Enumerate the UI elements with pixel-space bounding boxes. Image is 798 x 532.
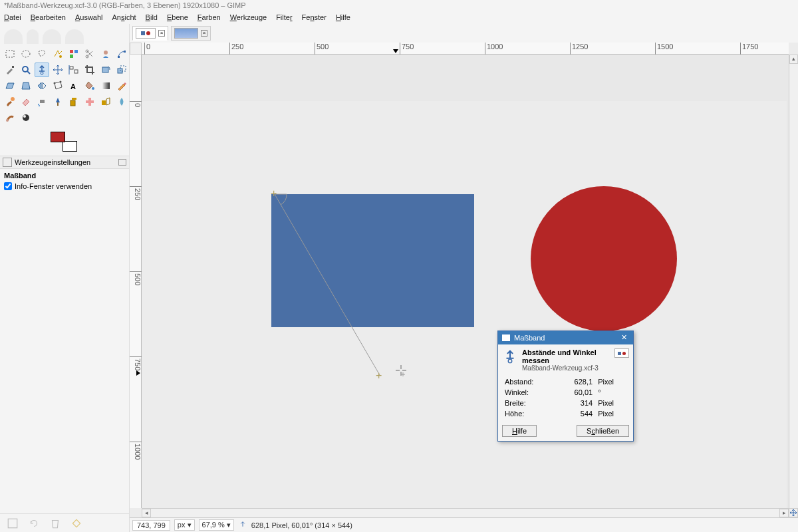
tool-blur[interactable] — [114, 94, 129, 109]
scrollbar-horizontal[interactable]: ◂ ▸ — [142, 508, 789, 517]
tool-eraser[interactable] — [19, 94, 33, 109]
bg-color-swatch[interactable] — [63, 141, 77, 152]
tool-scale[interactable] — [114, 63, 129, 77]
tick-label: 1000 — [487, 43, 503, 51]
doctab-second[interactable]: × — [171, 26, 211, 41]
tool-bucket-fill[interactable] — [82, 78, 97, 93]
svg-rect-10 — [124, 51, 126, 53]
footer-save-icon[interactable] — [7, 517, 19, 529]
status-zoom-select[interactable]: 67,9 % ▾ — [199, 519, 234, 531]
tool-blend[interactable] — [98, 78, 113, 93]
tool-scissors[interactable] — [82, 47, 97, 61]
svg-point-22 — [60, 81, 62, 83]
tool-dodge[interactable] — [19, 110, 33, 125]
tool-perspective[interactable] — [19, 78, 33, 93]
checkbox-info-window[interactable] — [4, 182, 12, 190]
svg-point-2 — [59, 55, 62, 58]
menu-filter[interactable]: Filter — [276, 13, 292, 23]
dialog-titlebar[interactable]: Maßband ✕ — [498, 331, 633, 344]
tool-smudge[interactable] — [3, 110, 17, 125]
footer-delete-icon[interactable] — [49, 517, 61, 529]
dialog-close-icon[interactable]: ✕ — [618, 333, 629, 342]
tick-label: 1000 — [134, 444, 142, 460]
tool-perspective-clone[interactable] — [98, 94, 113, 109]
tool-text[interactable]: A — [66, 78, 81, 93]
menu-fenster[interactable]: Fenster — [302, 13, 327, 23]
tool-flip[interactable] — [35, 78, 49, 93]
menu-ansicht[interactable]: Ansicht — [112, 13, 136, 23]
tick-label: 750 — [402, 43, 414, 51]
tool-crop[interactable] — [82, 63, 97, 77]
status-unit-select[interactable]: px ▾ — [174, 519, 195, 531]
row-unit: Pixel — [597, 409, 628, 418]
tool-align[interactable] — [66, 63, 81, 77]
doctab-thumb2 — [174, 28, 198, 39]
tool-measure[interactable] — [35, 63, 49, 77]
red-circle-shape — [531, 186, 677, 331]
menu-hilfe[interactable]: Hilfe — [336, 13, 350, 23]
row-unit: Pixel — [597, 398, 628, 408]
tool-pencil[interactable] — [114, 78, 129, 93]
ruler-vertical[interactable]: 0 250 500 750 1000 — [130, 55, 142, 508]
tool-airbrush[interactable] — [35, 94, 49, 109]
tool-zoom[interactable] — [19, 63, 33, 77]
scroll-left-icon[interactable]: ◂ — [142, 509, 151, 517]
menu-ebene[interactable]: Ebene — [167, 13, 188, 23]
tab-menu-icon[interactable] — [118, 159, 126, 166]
tool-move[interactable] — [51, 63, 65, 77]
svg-rect-31 — [72, 98, 76, 100]
status-coords: 743, 799 — [132, 520, 170, 531]
footer-revert-icon[interactable] — [28, 517, 40, 529]
close-icon[interactable]: × — [201, 30, 207, 37]
color-swatch[interactable] — [0, 128, 129, 156]
option-use-info-window[interactable]: Info-Fenster verwenden — [4, 182, 125, 190]
svg-point-12 — [23, 66, 28, 72]
tool-ellipse-select[interactable] — [19, 47, 33, 61]
svg-rect-25 — [102, 82, 110, 89]
close-button[interactable]: Schließen — [577, 425, 629, 437]
menu-datei[interactable]: DDateiatei — [4, 13, 21, 23]
help-button[interactable]: HHilfeilfe — [502, 425, 537, 437]
menu-bearbeiten[interactable]: Bearbeiten — [31, 13, 66, 23]
tool-rectangle-select[interactable] — [3, 47, 17, 61]
menu-farben[interactable]: Farben — [198, 13, 221, 23]
tool-options-tab[interactable]: Werkzeugeinstellungen — [0, 156, 129, 169]
canvas-area: 0 250 500 750 1000 1250 1500 1750 0 250 … — [130, 43, 798, 517]
footer-reset-icon[interactable] — [70, 517, 82, 529]
measure-values-table: Abstand:628,1Pixel Winkel:60,01° Breite:… — [502, 376, 629, 420]
canvas-viewport[interactable]: + + — [142, 55, 789, 508]
svg-point-44 — [508, 359, 512, 363]
tool-free-select[interactable] — [35, 47, 49, 61]
tool-color-select[interactable] — [66, 47, 81, 61]
tool-rotate[interactable] — [98, 63, 113, 77]
row-value: 60,01 — [558, 388, 595, 397]
close-icon[interactable]: × — [158, 30, 165, 37]
svg-rect-29 — [57, 102, 59, 106]
dialog-icon — [502, 334, 510, 341]
tool-foreground-select[interactable] — [98, 47, 113, 61]
doctab-massband[interactable]: × — [132, 26, 168, 41]
scrollbar-vertical[interactable]: ▴ — [789, 55, 798, 508]
row-label: Abstand: — [503, 377, 557, 386]
tool-fuzzy-select[interactable] — [51, 47, 65, 61]
menu-werkzeuge[interactable]: Werkzeuge — [230, 13, 267, 23]
tool-clone[interactable] — [66, 94, 81, 109]
row-label: Breite: — [503, 398, 557, 408]
navigation-icon[interactable] — [789, 508, 798, 517]
measure-dialog[interactable]: Maßband ✕ Abstände und Winkel messen Maß… — [497, 331, 634, 442]
fg-color-swatch[interactable] — [51, 132, 65, 142]
ruler-corner[interactable] — [130, 43, 142, 55]
menu-auswahl[interactable]: Auswahl — [75, 13, 103, 23]
tool-paintbrush[interactable] — [3, 94, 17, 109]
tool-ink[interactable] — [51, 94, 65, 109]
tool-color-picker[interactable] — [3, 63, 17, 77]
tool-shear[interactable] — [3, 78, 17, 93]
tool-paths[interactable] — [114, 47, 129, 61]
tool-heal[interactable] — [82, 94, 97, 109]
menu-bild[interactable]: Bild — [146, 13, 158, 23]
scroll-up-icon[interactable]: ▴ — [789, 55, 798, 64]
canvas-document[interactable]: + + — [142, 101, 787, 508]
tool-cage[interactable] — [51, 78, 65, 93]
ruler-horizontal[interactable]: 0 250 500 750 1000 1250 1500 1750 — [142, 43, 789, 55]
scroll-right-icon[interactable]: ▸ — [779, 509, 789, 517]
